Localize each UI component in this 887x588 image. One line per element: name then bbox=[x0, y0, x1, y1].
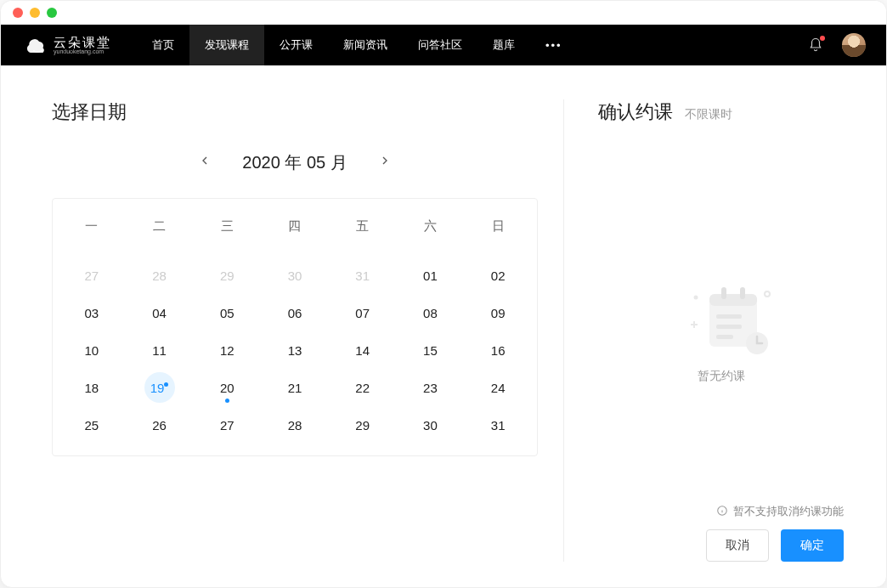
calendar-day[interactable]: 13 bbox=[261, 331, 329, 369]
calendar-day[interactable]: 16 bbox=[464, 331, 532, 369]
calendar-day[interactable]: 23 bbox=[397, 369, 465, 406]
confirm-subtitle: 不限课时 bbox=[685, 107, 732, 122]
dow-cell: 一 bbox=[58, 207, 126, 245]
calendar-day[interactable]: 14 bbox=[329, 331, 397, 369]
nav-items: 首页发现课程公开课新闻资讯问答社区题库 bbox=[137, 25, 530, 65]
nav-item-3[interactable]: 新闻资讯 bbox=[328, 25, 403, 65]
titlebar bbox=[1, 1, 886, 25]
minimize-window-icon[interactable] bbox=[30, 8, 40, 18]
nav-item-4[interactable]: 问答社区 bbox=[403, 25, 477, 65]
calendar-day[interactable]: 26 bbox=[126, 406, 194, 444]
empty-text: 暂无约课 bbox=[698, 369, 745, 384]
notice-text: 暂不支持取消约课功能 bbox=[733, 504, 844, 519]
svg-rect-10 bbox=[716, 335, 733, 339]
calendar-day[interactable]: 29 bbox=[193, 257, 261, 294]
calendar-day[interactable]: 06 bbox=[261, 294, 329, 331]
calendar-grid: 一二三四五六日 27282930310102030405060708091011… bbox=[52, 198, 538, 456]
calendar-day[interactable]: 30 bbox=[397, 406, 465, 444]
calendar-day[interactable]: 28 bbox=[261, 406, 329, 444]
calendar-day[interactable]: 05 bbox=[193, 294, 261, 331]
notification-dot-icon bbox=[820, 36, 825, 41]
calendar-day[interactable]: 25 bbox=[58, 406, 126, 444]
calendar-day[interactable]: 15 bbox=[397, 331, 465, 369]
calendar-day[interactable]: 01 bbox=[397, 257, 465, 294]
calendar-day[interactable]: 22 bbox=[329, 369, 397, 406]
calendar-day[interactable]: 07 bbox=[329, 294, 397, 331]
dow-cell: 三 bbox=[193, 207, 261, 245]
logo-text-cn: 云朵课堂 bbox=[54, 36, 111, 48]
confirm-button[interactable]: 确定 bbox=[781, 529, 844, 562]
calendar-day[interactable]: 08 bbox=[397, 294, 465, 331]
top-nav: 云朵课堂 yunduoketang.com 首页发现课程公开课新闻资讯问答社区题… bbox=[1, 25, 886, 65]
calendar-day[interactable]: 02 bbox=[464, 257, 532, 294]
confirm-panel: 确认约课 不限课时 bbox=[563, 99, 844, 562]
calendar-day[interactable]: 12 bbox=[193, 331, 261, 369]
nav-item-5[interactable]: 题库 bbox=[477, 25, 530, 65]
calendar-day[interactable]: 27 bbox=[58, 257, 126, 294]
nav-item-2[interactable]: 公开课 bbox=[264, 25, 328, 65]
dow-cell: 日 bbox=[464, 207, 532, 245]
calendar-day[interactable]: 28 bbox=[126, 257, 194, 294]
notice: 暂不支持取消约课功能 bbox=[598, 504, 844, 519]
logo[interactable]: 云朵课堂 yunduoketang.com bbox=[26, 34, 111, 56]
next-month-button[interactable] bbox=[373, 149, 397, 176]
notification-bell-icon[interactable] bbox=[808, 37, 823, 53]
maximize-window-icon[interactable] bbox=[47, 8, 57, 18]
logo-text-en: yunduoketang.com bbox=[54, 48, 111, 54]
empty-state: 暂无约课 bbox=[598, 159, 844, 504]
confirm-title: 确认约课 bbox=[598, 99, 673, 125]
dow-cell: 二 bbox=[126, 207, 194, 245]
calendar-day[interactable]: 24 bbox=[464, 369, 532, 406]
calendar-day[interactable]: 21 bbox=[261, 369, 329, 406]
calendar-day[interactable]: 27 bbox=[193, 406, 261, 444]
event-dot-icon bbox=[225, 399, 229, 403]
nav-item-0[interactable]: 首页 bbox=[137, 25, 189, 65]
calendar-day[interactable]: 29 bbox=[329, 406, 397, 444]
calendar-day[interactable]: 20 bbox=[193, 369, 261, 406]
calendar-day[interactable]: 04 bbox=[126, 294, 194, 331]
cloud-icon bbox=[26, 34, 48, 56]
svg-rect-5 bbox=[709, 294, 757, 306]
avatar[interactable] bbox=[842, 33, 866, 57]
app-window: 云朵课堂 yunduoketang.com 首页发现课程公开课新闻资讯问答社区题… bbox=[0, 0, 887, 588]
calendar-day[interactable]: 31 bbox=[329, 257, 397, 294]
calendar-day[interactable]: 30 bbox=[261, 257, 329, 294]
dow-row: 一二三四五六日 bbox=[58, 207, 532, 245]
calendar-day[interactable]: 11 bbox=[126, 331, 194, 369]
month-nav: 2020 年 05 月 bbox=[52, 149, 538, 176]
calendar-day[interactable]: 03 bbox=[58, 294, 126, 331]
close-window-icon[interactable] bbox=[13, 8, 23, 18]
dow-cell: 四 bbox=[261, 207, 329, 245]
nav-more-icon[interactable]: ••• bbox=[530, 39, 578, 52]
svg-point-3 bbox=[765, 291, 770, 297]
svg-rect-9 bbox=[716, 325, 742, 329]
svg-rect-7 bbox=[740, 287, 745, 299]
calendar-day[interactable]: 10 bbox=[58, 331, 126, 369]
cancel-button[interactable]: 取消 bbox=[706, 529, 769, 562]
date-picker-panel: 选择日期 2020 年 05 月 一二三四五六日 272829303101020… bbox=[52, 99, 563, 562]
svg-point-0 bbox=[693, 296, 698, 300]
empty-calendar-icon bbox=[681, 279, 762, 355]
event-dot-icon bbox=[164, 382, 168, 387]
svg-rect-8 bbox=[716, 314, 742, 319]
calendar-day[interactable]: 19 bbox=[126, 369, 194, 406]
month-label: 2020 年 05 月 bbox=[242, 151, 347, 174]
date-picker-title: 选择日期 bbox=[52, 99, 538, 125]
calendar-day[interactable]: 31 bbox=[464, 406, 532, 444]
svg-rect-6 bbox=[721, 287, 726, 299]
nav-item-1[interactable]: 发现课程 bbox=[189, 25, 264, 65]
calendar-day[interactable]: 09 bbox=[464, 294, 532, 331]
calendar-day[interactable]: 18 bbox=[58, 369, 126, 406]
dow-cell: 五 bbox=[329, 207, 397, 245]
info-icon bbox=[716, 505, 728, 519]
prev-month-button[interactable] bbox=[193, 149, 217, 176]
calendar-weeks: 2728293031010203040506070809101112131415… bbox=[58, 257, 532, 444]
dow-cell: 六 bbox=[397, 207, 465, 245]
